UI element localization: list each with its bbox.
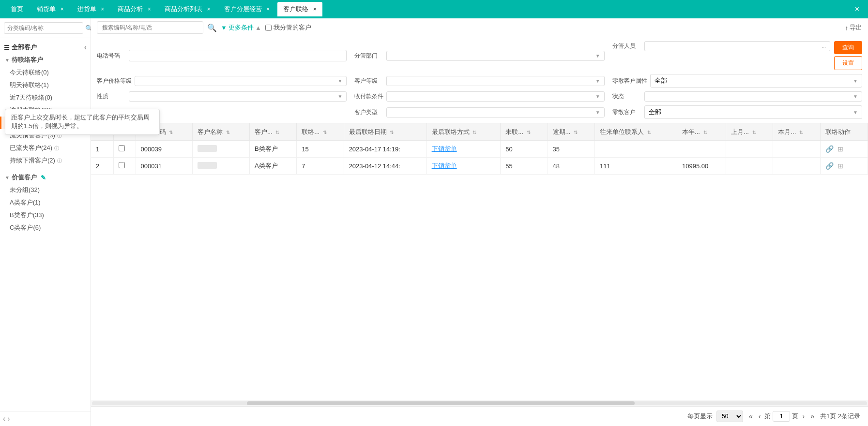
nature-select[interactable]: ▼	[129, 91, 347, 102]
sort-icon[interactable]: ⇅	[703, 130, 707, 135]
filter-customer-level: 客户等级 ▼	[354, 74, 604, 88]
sort-icon[interactable]: ⇅	[527, 130, 531, 135]
group-pending-contact[interactable]: ▼ 待联络客户	[0, 54, 91, 66]
tab-purchase-order[interactable]: 进货单 ×	[72, 2, 110, 16]
row-last-date: 2023-04-12 14:44:	[344, 158, 426, 175]
col-this-month: 本月... ⇅	[773, 123, 820, 141]
data-table-area: ⚙ 客户编码 ⇅ 客户名称 ⇅	[91, 123, 868, 400]
scrollbar-thumb[interactable]	[247, 401, 635, 405]
sort-icon[interactable]: ⇅	[574, 130, 578, 135]
dept-select[interactable]: ▼	[386, 51, 604, 61]
sidebar-search-input[interactable]	[4, 22, 83, 34]
sidebar-item-churned[interactable]: 已流失客户(24) ⓘ	[0, 142, 91, 154]
close-icon[interactable]: ×	[313, 6, 317, 13]
collapse-icon[interactable]: ‹	[84, 43, 87, 52]
page-number-input[interactable]	[773, 411, 790, 422]
sidebar-next-icon[interactable]: ›	[7, 414, 10, 423]
grid-icon[interactable]: ⊞	[838, 145, 843, 153]
sort-icon[interactable]: ⇅	[226, 130, 230, 135]
query-button[interactable]: 查询	[834, 41, 862, 54]
my-customers-checkbox[interactable]	[265, 25, 272, 31]
row-checkbox[interactable]	[113, 158, 136, 175]
tab-product-analysis-list[interactable]: 商品分析列表 ×	[159, 2, 216, 16]
sidebar-item-tomorrow[interactable]: 明天待联络(1)	[0, 79, 91, 91]
customer-level-select[interactable]: ▼	[386, 76, 604, 86]
chevron-down-icon: ▼	[853, 78, 858, 84]
sort-icon[interactable]: ⇅	[647, 130, 651, 135]
sort-icon[interactable]: ⇅	[275, 130, 279, 135]
sidebar-item-7days[interactable]: 近7天待联络(0)	[0, 91, 91, 104]
row-checkbox[interactable]	[113, 141, 136, 158]
search-input[interactable]	[97, 21, 203, 34]
tab-customer-layered[interactable]: 客户分层经营 ×	[218, 2, 276, 16]
my-customers-filter[interactable]: 我分管的客户	[265, 23, 311, 32]
export-button[interactable]: ↑ 导出	[845, 23, 863, 32]
row-type: A类客户	[249, 158, 296, 175]
horizontal-scrollbar[interactable]	[91, 400, 868, 406]
sort-icon[interactable]: ⇅	[169, 130, 173, 135]
name-avatar	[198, 145, 217, 152]
group-value-customer[interactable]: ▼ 价值客户 ✎	[0, 171, 91, 184]
main-layout: 🔍 ☰ 全部客户 ‹ ▼ 待联络客户 今天待联络(0) 明天待联络(1) 近7天…	[0, 18, 868, 426]
contact-icon[interactable]: 🔗	[825, 145, 834, 153]
col-last-month: 上月... ⇅	[726, 123, 773, 141]
search-button[interactable]: 🔍	[207, 23, 217, 32]
row-type: B类客户	[249, 141, 296, 158]
col-last-date: 最后联络日期 ⇅	[344, 123, 426, 141]
edit-icon[interactable]: ✎	[41, 174, 46, 181]
grid-icon[interactable]: ⊞	[838, 162, 843, 170]
phone-input[interactable]	[129, 50, 347, 61]
first-page-button[interactable]: «	[747, 411, 755, 421]
tab-sales-order[interactable]: 销货单 ×	[31, 2, 70, 16]
payment-select[interactable]: ▼	[386, 91, 604, 102]
close-icon[interactable]: ×	[148, 6, 151, 13]
contact-icon[interactable]: 🔗	[825, 162, 834, 170]
person-select[interactable]: ...	[644, 41, 830, 51]
sidebar-tree: ☰ 全部客户 ‹ ▼ 待联络客户 今天待联络(0) 明天待联络(1) 近7天待联…	[0, 38, 91, 411]
all-customers-header[interactable]: ☰ 全部客户 ‹	[0, 41, 91, 54]
sort-icon[interactable]: ⇅	[752, 130, 756, 135]
sort-icon[interactable]: ⇅	[390, 130, 394, 135]
sidebar-prev-icon[interactable]: ‹	[3, 414, 5, 423]
sidebar-item-declining[interactable]: 持续下滑客户(2) ⓘ	[0, 154, 91, 167]
scatter-customer-select[interactable]: 全部 ▼	[644, 105, 862, 119]
row-company-contact: 111	[594, 158, 677, 175]
sidebar-search-icon[interactable]: 🔍	[85, 25, 91, 32]
sidebar-item-class-b[interactable]: B类客户(33)	[0, 209, 91, 221]
close-icon[interactable]: ×	[207, 6, 211, 13]
sort-icon[interactable]: ⇅	[472, 130, 476, 135]
row-select-checkbox[interactable]	[119, 162, 125, 168]
per-page-select[interactable]: 20 50 100	[716, 411, 743, 422]
close-icon[interactable]: ×	[61, 6, 64, 13]
chevron-down-icon: ▼	[337, 94, 342, 99]
tab-customer-contact[interactable]: 客户联络 ×	[277, 2, 322, 16]
prev-page-button[interactable]: ‹	[757, 411, 763, 421]
settings-button[interactable]: 设置	[834, 56, 862, 70]
next-page-button[interactable]: ›	[800, 411, 807, 421]
sidebar-item-class-c[interactable]: C类客户(6)	[0, 221, 91, 234]
sidebar-item-class-a[interactable]: A类客户(1)	[0, 196, 91, 209]
status-select[interactable]: ▼	[644, 91, 862, 102]
filter-scatter-customer: 零散客户 全部 ▼	[612, 105, 862, 119]
tab-home[interactable]: 首页	[5, 2, 29, 16]
row-last-method[interactable]: 下销货单	[426, 141, 501, 158]
customer-type-select[interactable]: ▼	[386, 107, 604, 118]
sidebar-item-today[interactable]: 今天待联络(0)	[0, 66, 91, 79]
row-last-month	[726, 158, 773, 175]
sort-icon[interactable]: ⇅	[323, 130, 327, 135]
last-page-button[interactable]: »	[808, 411, 816, 421]
sidebar-item-ungrouped[interactable]: 未分组(32)	[0, 184, 91, 196]
row-last-method[interactable]: 下销货单	[426, 158, 501, 175]
more-conditions-button[interactable]: ▼ 更多条件 ▲	[221, 23, 261, 32]
chevron-down-icon: ▼	[853, 110, 858, 115]
window-close-button[interactable]: ×	[851, 3, 863, 15]
row-select-checkbox[interactable]	[119, 145, 125, 151]
filter-nature: 性质 ▼	[97, 91, 347, 102]
row-this-month	[773, 158, 820, 175]
close-icon[interactable]: ×	[101, 6, 104, 13]
tab-product-analysis[interactable]: 商品分析 ×	[112, 2, 157, 16]
price-level-select[interactable]: ▼	[135, 76, 347, 86]
sort-icon[interactable]: ⇅	[799, 130, 803, 135]
close-icon[interactable]: ×	[266, 6, 270, 13]
scatter-attr-select[interactable]: 全部 ▼	[650, 74, 862, 88]
